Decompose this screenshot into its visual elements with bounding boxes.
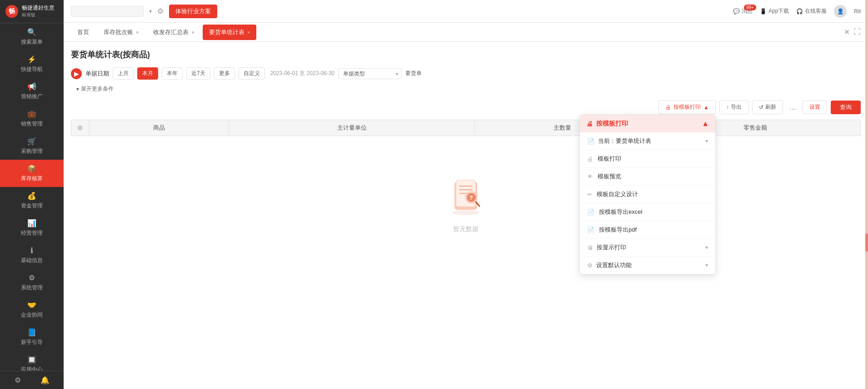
print-template-button[interactable]: 🖨 按模板打印 ▲: [658, 100, 716, 114]
right-scrollbar[interactable]: [865, 0, 868, 389]
username: Rit: [854, 8, 861, 15]
sidebar-item-2[interactable]: 📢营销推广: [0, 78, 64, 105]
date-btn-custom[interactable]: 自定义: [239, 67, 265, 80]
order-type-select[interactable]: 单据类型: [338, 68, 402, 79]
sidebar-item-0[interactable]: 🔍搜索菜单: [0, 23, 64, 51]
settings-button[interactable]: 设置: [803, 101, 827, 114]
sidebar-item-6[interactable]: 💰资金管理: [0, 187, 64, 214]
tabs-window-controls: ✕ ⛶: [844, 28, 861, 36]
sidebar-item-icon-10: 🤝: [27, 301, 36, 309]
trial-button[interactable]: 体验行业方案: [169, 5, 217, 18]
app-name-block: 畅捷通好生意 标准版: [22, 5, 55, 18]
sidebar-settings-icon[interactable]: ⚙: [15, 376, 21, 384]
current-doc-icon: 📄: [587, 138, 594, 145]
sidebar-item-12[interactable]: 🔲应用中心: [0, 351, 64, 371]
expand-more-label: 展开更多条件: [81, 85, 114, 93]
set-default-label: 设置默认功能: [596, 261, 632, 269]
print-dropdown-display-print[interactable]: 🖥 按显示打印 ▾: [580, 239, 715, 257]
sidebar-item-icon-8: ℹ: [30, 246, 33, 255]
app-download-icon: 📱: [760, 8, 767, 15]
sidebar-footer: ⚙ 🔔: [0, 371, 64, 389]
app-version: 标准版: [22, 12, 55, 18]
print-dropdown-header: 🖨 按模板打印 ▲: [580, 115, 715, 132]
print-dropdown-item-export-pdf[interactable]: 📄 按模板导出pdf: [580, 221, 715, 239]
set-default-arrow: ▾: [705, 262, 708, 268]
tab-summary[interactable]: 收发存汇总表 ×: [147, 25, 200, 40]
print-dropdown-item-template-print[interactable]: 🖨 模板打印: [580, 150, 715, 168]
tab-inventory-batch-label: 库存批次账: [104, 28, 133, 36]
print-dropdown-item-template-preview[interactable]: 👁 模板预览: [580, 168, 715, 186]
avatar[interactable]: 👤: [834, 5, 847, 18]
topbar-gear-icon[interactable]: ⚙: [157, 7, 164, 15]
app-name: 畅捷通好生意: [22, 5, 55, 12]
more-button[interactable]: ...: [787, 101, 799, 113]
sidebar-item-4[interactable]: 🛒采购管理: [0, 132, 64, 160]
date-btn-more[interactable]: 更多: [214, 67, 235, 80]
sidebar-item-10[interactable]: 🤝企业协同: [0, 296, 64, 323]
query-button[interactable]: 查询: [831, 101, 861, 114]
sidebar-item-5[interactable]: 📦库存核算: [0, 160, 64, 187]
sidebar-item-11[interactable]: 📘新手引导: [0, 323, 64, 351]
tab-expand-icon[interactable]: ⛶: [853, 28, 861, 36]
sidebar-item-icon-4: 🛒: [27, 137, 36, 146]
svg-point-0: [452, 210, 479, 215]
toolbar-area: 🖨 按模板打印 ▲ 🖨 按模板打印 ▲: [71, 100, 861, 114]
print-dropdown-item-custom-design[interactable]: ✏ 模板自定义设计: [580, 186, 715, 203]
sidebar-item-8[interactable]: ℹ基础信息: [0, 242, 64, 269]
sidebar-item-9[interactable]: ⚙系统管理: [0, 269, 64, 296]
sidebar-item-icon-0: 🔍: [27, 28, 36, 36]
export-pdf-icon: 📄: [587, 227, 594, 233]
tab-close-window-icon[interactable]: ✕: [844, 28, 850, 36]
sidebar: 畅 畅捷通好生意 标准版 🔍搜索菜单⚡快捷导航📢营销推广💼销售管理🛒采购管理📦库…: [0, 0, 64, 389]
print-dropdown-item-export-excel[interactable]: 📄 按模板导出excel: [580, 203, 715, 221]
export-excel-label: 按模板导出excel: [599, 208, 642, 216]
template-print-label: 模板打印: [598, 155, 621, 163]
online-service-button[interactable]: 🎧 在线客服: [796, 7, 827, 15]
print-dropdown-current[interactable]: 📄 当前：要货单统计表 ▾: [580, 132, 715, 150]
message-icon: 💬: [733, 8, 740, 15]
search-input[interactable]: [71, 6, 144, 17]
scrollbar-thumb: [865, 233, 868, 252]
sidebar-speaker-icon[interactable]: 🔔: [40, 376, 50, 384]
tab-summary-close[interactable]: ×: [191, 30, 194, 35]
message-button[interactable]: 💬 消息 99+: [733, 7, 753, 15]
tab-order-stats[interactable]: 要货单统计表 ×: [203, 25, 256, 40]
print-dropdown-close-button[interactable]: ▲: [702, 120, 709, 128]
tab-home[interactable]: 首页: [71, 25, 95, 40]
print-chevron-up-icon: ▲: [703, 104, 709, 111]
template-preview-label: 模板预览: [598, 172, 621, 181]
table-col-unit: 主计量单位: [229, 120, 475, 136]
print-template-label: 按模板打印: [673, 103, 701, 111]
export-excel-icon: 📄: [587, 209, 594, 216]
sidebar-nav: 🔍搜索菜单⚡快捷导航📢营销推广💼销售管理🛒采购管理📦库存核算💰资金管理📊经营管理…: [0, 23, 64, 371]
sidebar-item-7[interactable]: 📊经营管理: [0, 214, 64, 242]
date-btn-7days[interactable]: 近7天: [186, 67, 210, 80]
date-btn-this-year[interactable]: 本年: [162, 67, 183, 80]
date-range-display: 2023-06-01 至 2023-06-30: [270, 70, 334, 77]
filter-expand-button[interactable]: ▶: [71, 68, 82, 79]
sidebar-item-1[interactable]: ⚡快捷导航: [0, 51, 64, 78]
export-label: 导出: [731, 103, 742, 111]
topbar-chevron-icon[interactable]: ▾: [149, 8, 152, 15]
sidebar-item-icon-9: ⚙: [29, 273, 35, 282]
tab-inventory-batch-close[interactable]: ×: [136, 30, 139, 35]
data-table: ⚙ 商品 主计量单位 主数量 零售金额: [71, 120, 861, 136]
date-btn-last-month[interactable]: 上月: [113, 67, 134, 80]
date-btn-this-month[interactable]: 本月: [137, 67, 158, 80]
table-column-settings-icon[interactable]: ⚙: [77, 124, 83, 131]
export-button[interactable]: ↑ 导出: [719, 100, 748, 114]
refresh-button[interactable]: ↺ 刷新: [752, 100, 783, 114]
expand-more-button[interactable]: ▾ 展开更多条件: [71, 83, 119, 95]
display-print-left: 🖥 按显示打印: [587, 243, 626, 252]
sidebar-item-3[interactable]: 💼销售管理: [0, 105, 64, 132]
tab-order-stats-close[interactable]: ×: [247, 30, 250, 35]
export-icon: ↑: [726, 104, 729, 111]
app-download-button[interactable]: 📱 App下载: [760, 7, 789, 15]
print-dropdown-set-default[interactable]: ⚙ 设置默认功能 ▾: [580, 257, 715, 274]
printer-icon: 🖨: [665, 104, 671, 111]
app-download-label: App下载: [768, 7, 789, 15]
tab-inventory-batch[interactable]: 库存批次账 ×: [97, 25, 145, 40]
print-dropdown-title: 按模板打印: [596, 120, 628, 128]
table-col-settings: ⚙: [71, 120, 90, 136]
order-type-select-wrap: 单据类型: [338, 68, 402, 79]
